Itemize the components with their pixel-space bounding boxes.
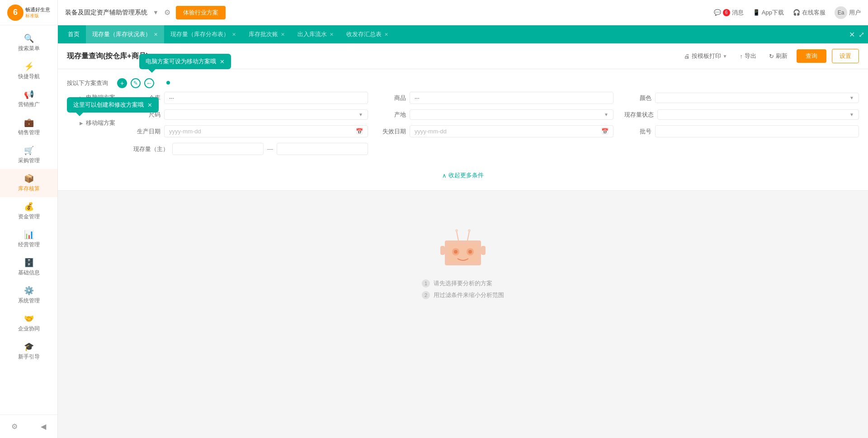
print-button[interactable]: 🖨 按模板打印 ▼ (680, 50, 731, 62)
goods-select[interactable]: ··· (410, 92, 613, 104)
sidebar-item-operation[interactable]: 📊 经营管理 (0, 225, 57, 253)
app-download-button[interactable]: 📱 App下载 (753, 9, 784, 17)
message-button[interactable]: 💬 6 消息 (714, 9, 744, 17)
system-dropdown-icon[interactable]: ▼ (153, 9, 159, 16)
scheme-tooltip-1: 电脑方案可设为移动方案哦 ✕ (139, 54, 231, 69)
sidebar-item-label: 基础信息 (18, 269, 40, 277)
settings-gear-icon[interactable]: ⚙ (164, 8, 170, 17)
tooltip-2-close[interactable]: ✕ (147, 102, 152, 108)
inventory-icon: 📦 (24, 174, 34, 184)
batch-input[interactable] (655, 125, 859, 137)
settings-icon[interactable]: ⚙ (9, 420, 19, 433)
empty-tip-1: 1 请先选择要分析的方案 (422, 279, 504, 287)
tab-summary-close[interactable]: ✕ (384, 32, 388, 38)
sidebar-item-search[interactable]: 🔍 搜索菜单 (0, 29, 57, 57)
empty-tip-2: 2 用过滤条件来缩小分析范围 (422, 291, 504, 299)
svg-point-9 (455, 229, 458, 232)
tab-stock-dist[interactable]: 现存量（库存分布表） ✕ (164, 25, 242, 43)
prod-date-input[interactable]: yyyy-mm-dd 📅 (164, 125, 368, 137)
stock-main-min-input[interactable] (172, 143, 264, 155)
stock-status-select[interactable]: ▼ (657, 109, 859, 120)
tab-stock-status-close[interactable]: ✕ (154, 32, 158, 38)
range-separator: — (267, 146, 273, 152)
scheme-mobile-header[interactable]: ▶ 移动端方案 (76, 117, 119, 129)
quick-nav-icon: ⚡ (24, 61, 34, 71)
search-menu-icon: 🔍 (24, 33, 34, 43)
export-button[interactable]: ↑ 导出 (736, 50, 760, 62)
sidebar-item-marketing[interactable]: 📢 营销推广 (0, 85, 57, 113)
filter-add-button[interactable]: + (117, 78, 127, 88)
goods-dots: ··· (415, 94, 420, 101)
logo-area: 6 畅通好生意 标准版 (0, 0, 57, 25)
online-service-button[interactable]: 🎧 在线客服 (793, 9, 826, 17)
color-select[interactable]: ▼ (655, 93, 859, 103)
expire-date-input[interactable]: yyyy-mm-dd 📅 (410, 125, 613, 137)
tip-num-1: 1 (422, 279, 430, 287)
message-badge: 6 (723, 9, 730, 16)
user-area[interactable]: Ea 用户 (835, 6, 861, 19)
stock-main-range: — (172, 143, 368, 155)
tab-batch-account[interactable]: 库存批次账 ✕ (242, 25, 291, 43)
main-content: 现存量查询(按仓库+商品) 🖨 按模板打印 ▼ ↑ 导出 ↻ 刷新 (58, 43, 868, 438)
sidebar-item-label: 库存核算 (18, 185, 40, 193)
goods-label: 商品 (379, 94, 406, 102)
search-button[interactable]: 查询 (797, 49, 826, 63)
sidebar-item-label: 快捷导航 (18, 73, 40, 80)
print-label: 按模板打印 (692, 52, 721, 60)
svg-point-5 (468, 250, 472, 254)
setting-button[interactable]: 设置 (832, 49, 859, 63)
collapse-icon[interactable]: ◀ (39, 420, 48, 433)
collapse-row[interactable]: ∧ 收起更多条件 (67, 168, 859, 183)
app-download-label: App下载 (762, 9, 784, 17)
tab-stock-status[interactable]: 现存量（库存状况表） ✕ (86, 25, 164, 43)
scheme-tooltip-2: 这里可以创建和修改方案哦 ✕ (67, 97, 159, 113)
tab-home[interactable]: 首页 (61, 25, 86, 43)
size-select[interactable]: ▼ (164, 109, 368, 120)
refresh-button[interactable]: ↻ 刷新 (765, 50, 791, 62)
tab-inout-flow[interactable]: 出入库流水 ✕ (291, 25, 340, 43)
tip-1-text: 请先选择要分析的方案 (434, 279, 492, 287)
tab-summary[interactable]: 收发存汇总表 ✕ (340, 25, 395, 43)
sidebar-item-system[interactable]: ⚙️ 系统管理 (0, 281, 57, 309)
logo-badge: 标准版 (25, 13, 50, 19)
svg-rect-6 (440, 246, 445, 255)
origin-field: 产地 ▼ (379, 109, 613, 120)
tab-inout-close[interactable]: ✕ (330, 32, 334, 38)
export-label: 导出 (745, 52, 756, 60)
tab-stock-dist-close[interactable]: ✕ (232, 32, 236, 38)
sidebar-item-enterprise[interactable]: 🤝 企业协同 (0, 309, 57, 337)
print-icon: 🖨 (684, 53, 690, 60)
goods-field: 商品 ··· (379, 92, 613, 104)
tab-batch-label: 库存批次账 (249, 30, 278, 38)
filter-edit-button[interactable]: ✎ (131, 78, 141, 88)
expire-date-placeholder: yyyy-mm-dd (415, 128, 447, 135)
tab-close-all-icon[interactable]: ✕ (849, 30, 855, 39)
sidebar-item-guide[interactable]: 🎓 新手引导 (0, 337, 57, 365)
home-tab-label: 首页 (68, 30, 80, 38)
svg-point-4 (454, 250, 458, 254)
message-icon: 💬 (714, 9, 721, 16)
system-icon: ⚙️ (24, 286, 34, 296)
marketing-icon: 📢 (24, 89, 34, 99)
experience-plan-button[interactable]: 体验行业方案 (176, 6, 226, 19)
sidebar-item-purchase[interactable]: 🛒 采购管理 (0, 141, 57, 169)
sidebar-item-finance[interactable]: 💰 资金管理 (0, 197, 57, 225)
tooltip-2-text: 这里可以创建和修改方案哦 (73, 101, 144, 109)
prod-date-placeholder: yyyy-mm-dd (169, 128, 201, 135)
stock-main-max-input[interactable] (277, 143, 368, 155)
tab-fullscreen-icon[interactable]: ⤢ (859, 30, 864, 39)
sidebar-menu: 🔍 搜索菜单 ⚡ 快捷导航 📢 营销推广 💼 销售管理 🛒 采购管理 📦 库存核… (0, 25, 57, 414)
warehouse-select[interactable]: ··· (164, 92, 368, 104)
expire-date-calendar-icon[interactable]: 📅 (601, 128, 609, 135)
sidebar-item-inventory[interactable]: 📦 库存核算 (0, 169, 57, 197)
filter-back-button[interactable]: ← (144, 78, 154, 88)
tooltip-1-close[interactable]: ✕ (220, 58, 225, 65)
mobile-scheme-label: 移动端方案 (86, 119, 115, 127)
sidebar-item-sales[interactable]: 💼 销售管理 (0, 113, 57, 141)
origin-select[interactable]: ▼ (410, 109, 613, 120)
tab-batch-close[interactable]: ✕ (281, 32, 285, 38)
sidebar-item-quicknav[interactable]: ⚡ 快捷导航 (0, 57, 57, 85)
sidebar-item-basicinfo[interactable]: 🗄️ 基础信息 (0, 253, 57, 281)
prod-date-calendar-icon[interactable]: 📅 (356, 128, 363, 135)
warehouse-field: 仓库 ··· (133, 92, 368, 104)
